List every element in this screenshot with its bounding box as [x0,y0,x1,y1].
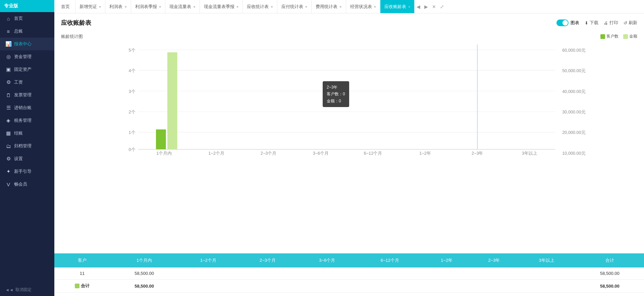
chart-toggle-wrap[interactable]: 图表 [556,19,579,26]
stock-icon: ☰ [5,105,11,111]
table-area: 客户 1个月内 1~2个月 2~3个月 3~6个月 6~12个月 1~2年 2~… [54,253,644,296]
svg-text:4个: 4个 [129,68,136,73]
tab-expand-button[interactable]: ⤢ [438,0,446,13]
chart-svg: 5个 4个 3个 2个 1个 0个 60,000.00元 50,000.00元 … [61,41,637,162]
ledger-icon: ≡ [5,29,11,34]
sidebar-item-asset[interactable]: ▣ 固定资产 [0,63,54,76]
td-total-m23 [238,280,297,293]
svg-text:50,000.00元: 50,000.00元 [562,68,585,73]
th-m612: 6~12个月 [357,253,423,267]
sidebar-item-ledger[interactable]: ≡ 总账 [0,25,54,38]
refresh-button[interactable]: ↺ 刷新 [624,20,637,26]
total-icon [75,284,79,288]
tab-close-expense-stat[interactable]: × [339,5,341,9]
tab-close-all-button[interactable]: ✕ [430,0,438,13]
chart-legend: 客户数 金额 [600,34,637,39]
tab-close-profit[interactable]: × [124,5,126,9]
tab-voucher[interactable]: 新增凭证 × [75,0,105,13]
td-total-label: 合计 [54,280,110,293]
asset-icon: ▣ [5,66,11,72]
bar-customers-0 [156,130,166,149]
member-icon: V [5,182,11,187]
tab-close-cashflow[interactable]: × [193,5,195,9]
print-button[interactable]: 🖨 打印 [604,20,618,26]
td-y23 [470,267,518,280]
td-m612 [357,267,423,280]
page-title: 应收账龄表 [61,19,91,27]
sidebar-item-guide[interactable]: ✦ 新手引导 [0,165,54,178]
tab-profit-quarter[interactable]: 利润表季报 × [131,0,165,13]
data-table: 客户 1个月内 1~2个月 2~3个月 3~6个月 6~12个月 1~2年 2~… [54,253,644,293]
sidebar-item-tax[interactable]: ◈ 税务管理 [0,114,54,127]
svg-text:2个: 2个 [129,110,136,114]
legend-amount: 金额 [623,34,637,39]
td-m23 [238,267,297,280]
chart-toggle-label: 图表 [571,20,579,26]
tab-close-payable-stat[interactable]: × [305,5,307,9]
th-total: 合计 [576,253,644,267]
unpin-button[interactable]: ◄◄ 取消固定 [0,284,54,296]
th-m12: 1~2个月 [178,253,238,267]
sidebar-item-salary[interactable]: ⚙ 工资 [0,76,54,89]
download-button[interactable]: ⬇ 下载 [585,20,598,26]
svg-text:3年以上: 3年以上 [522,151,537,156]
legend-amount-dot [623,34,628,39]
svg-text:6~12个月: 6~12个月 [364,151,382,156]
th-y12: 1~2年 [423,253,470,267]
chart-area: 账龄统计图 客户数 金额 5个 4个 3个 2个 1个 [54,30,644,253]
th-customer: 客户 [54,253,110,267]
tax-icon: ◈ [5,117,11,124]
td-y3plus [518,267,576,280]
sidebar-item-close[interactable]: ▦ 结账 [0,127,54,140]
tab-close-biz-status[interactable]: × [374,5,376,9]
archive-icon: 🗂 [5,143,11,149]
home-icon: ⌂ [5,16,11,21]
tab-expense-stat[interactable]: 费用统计表 × [312,0,346,13]
unpin-icon: ◄◄ [5,288,13,292]
page-header: 应收账龄表 图表 ⬇ 下载 🖨 打印 ↺ 刷新 [54,13,644,30]
svg-text:40,000.00元: 40,000.00元 [562,89,585,94]
tab-prev-button[interactable]: ◀ [415,0,422,13]
tab-ar-aging[interactable]: 应收账龄表 × [380,0,415,13]
tab-close-ar-aging[interactable]: × [408,5,410,9]
tab-payable-stat[interactable]: 应付统计表 × [277,0,312,13]
tab-next-button[interactable]: ▶ [422,0,430,13]
svg-text:5个: 5个 [129,48,136,53]
svg-text:1个: 1个 [129,130,136,135]
chart-title: 账龄统计图 [61,34,637,40]
tab-cashflow[interactable]: 现金流量表 × [165,0,200,13]
sidebar-item-settings[interactable]: ⚙ 设置 [0,152,54,165]
tab-cashflow-quarter[interactable]: 现金流量表季报 × [200,0,243,13]
sidebar-item-archive[interactable]: 🗂 归档管理 [0,140,54,152]
close-accounts-icon: ▦ [5,130,11,136]
svg-text:2~3个月: 2~3个月 [261,151,277,156]
tab-close-profit-quarter[interactable]: × [159,5,161,9]
main-content: 首页 新增凭证 × 利润表 × 利润表季报 × 现金流量表 × 现金流量表季报 … [54,0,644,296]
td-total-m1: 58,500.00 [110,280,178,293]
sidebar-item-stock[interactable]: ☰ 进销台账 [0,101,54,114]
tab-close-receivable-stat[interactable]: × [271,5,273,9]
tab-receivable-stat[interactable]: 应收统计表 × [243,0,277,13]
tab-close-cashflow-quarter[interactable]: × [236,5,238,9]
report-icon: 📊 [5,41,11,47]
sidebar-item-report[interactable]: 📊 报表中心 [0,38,54,50]
tab-bar: 首页 新增凭证 × 利润表 × 利润表季报 × 现金流量表 × 现金流量表季报 … [54,0,644,13]
td-total-y3plus [518,280,576,293]
svg-text:2~3年: 2~3年 [472,151,483,156]
sidebar-item-home[interactable]: ⌂ 首页 [0,12,54,25]
th-m23: 2~3个月 [238,253,297,267]
td-total-total: 58,500.00 [576,280,644,293]
tab-close-voucher[interactable]: × [99,5,101,9]
sidebar: 专业版 ⌂ 首页 ≡ 总账 📊 报表中心 ◎ 资金管理 ▣ 固定资产 ⚙ 工资 … [0,0,54,296]
svg-text:60,000.00元: 60,000.00元 [562,48,585,53]
sidebar-item-fund[interactable]: ◎ 资金管理 [0,50,54,63]
tab-profit[interactable]: 利润表 × [105,0,131,13]
td-m1: 58,500.00 [110,267,178,280]
sidebar-item-member[interactable]: V 畅会员 [0,178,54,191]
chart-toggle-switch[interactable] [556,19,569,26]
tab-home[interactable]: 首页 [56,0,75,13]
sidebar-item-invoice[interactable]: 🗒 发票管理 [0,89,54,101]
app-logo: 专业版 [0,0,54,12]
tab-biz-status[interactable]: 经营状况表 × [346,0,380,13]
salary-icon: ⚙ [5,79,11,85]
